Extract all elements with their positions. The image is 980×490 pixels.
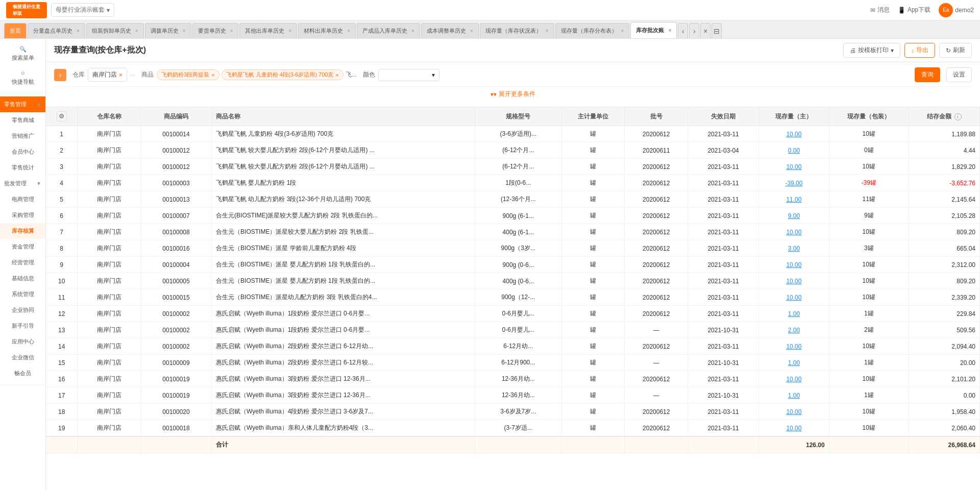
sidebar-item-finance[interactable]: 资金管理 (0, 239, 45, 255)
tab-chengben-label: 成本调整单历史 (427, 27, 466, 35)
row-amount: 2,105.28 (909, 208, 979, 224)
goods-tag-2[interactable]: 飞鹤星飞帆 儿童奶粉 4段(3-6岁适用) 700克 × (222, 69, 344, 80)
sidebar-quick-nav[interactable]: ☆ 快捷导航 (0, 66, 45, 90)
tab-home[interactable]: 首页 (4, 23, 27, 38)
user-menu[interactable]: Ea demo2 (939, 3, 974, 17)
tab-qita-close[interactable]: × (288, 28, 291, 34)
row-expiry: 2021-03-11 (688, 420, 759, 437)
message-btn[interactable]: ✉ 消息 (870, 6, 890, 14)
row-qty[interactable]: 0.00 (759, 142, 829, 159)
tab-xianzai2-close[interactable]: × (621, 28, 624, 34)
sidebar-item-batch[interactable]: 批发管理 ▼ (0, 176, 45, 191)
sidebar-item-retail-stat[interactable]: 零售统计 (0, 160, 45, 176)
row-code: 00100015 (140, 289, 211, 306)
row-qty[interactable]: 10.00 (759, 257, 829, 273)
sidebar-item-purchase[interactable]: 采购管理 (0, 207, 45, 223)
sidebar-item-member2[interactable]: 畅会员 (0, 365, 45, 381)
query-btn[interactable]: 查询 (915, 67, 940, 82)
tab-next-btn[interactable]: › (689, 23, 699, 38)
row-seq: 12 (46, 306, 78, 322)
tab-chengpin[interactable]: 产成品入库单历史 × (357, 23, 420, 38)
row-qty[interactable]: 1.00 (759, 306, 829, 322)
tab-chengben-close[interactable]: × (470, 28, 473, 34)
sidebar-item-marketing[interactable]: 营销推广 (0, 128, 45, 144)
row-qty[interactable]: 10.00 (759, 126, 829, 142)
row-qty[interactable]: 3.00 (759, 240, 829, 257)
sidebar-item-member[interactable]: 会员中心 (0, 144, 45, 160)
row-qty[interactable]: 10.00 (759, 371, 829, 387)
goods-tag-1-close[interactable]: × (211, 72, 214, 78)
goods-tag-2-close[interactable]: × (335, 72, 338, 78)
row-qty[interactable]: 10.00 (759, 420, 829, 437)
row-qty[interactable]: -39.00 (759, 175, 829, 191)
sidebar-item-retail-shop[interactable]: 零售商城 (0, 112, 45, 128)
row-qty[interactable]: 11.00 (759, 191, 829, 208)
sidebar-item-ops[interactable]: 经营管理 (0, 255, 45, 271)
row-unit: 罐 (561, 175, 625, 191)
sidebar-item-corp[interactable]: 企业协同 (0, 302, 45, 318)
sidebar-batch-label: 批发管理 (4, 180, 27, 187)
tab-chengben[interactable]: 成本调整单历史 × (421, 23, 479, 38)
tab-menu-btn[interactable]: ⊟ (712, 23, 722, 38)
export-btn[interactable]: ↓ 导出 (904, 43, 935, 58)
row-name: 飞鹤星飞帆 婴儿配方奶粉 1段 (212, 175, 475, 191)
row-name: 合生元（BIOSTIME）派星 婴儿配方奶粉 1段 乳铁蛋白的... (212, 273, 475, 289)
row-qty[interactable]: 10.00 (759, 224, 829, 240)
row-qty[interactable]: 9.00 (759, 208, 829, 224)
tab-prev-btn[interactable]: ‹ (678, 23, 688, 38)
sidebar-item-sys[interactable]: 系统管理 (0, 286, 45, 302)
color-dropdown[interactable]: ▾ (378, 69, 439, 81)
amount-info-icon[interactable]: i (954, 113, 962, 120)
tab-xianzai1[interactable]: 现存量（库存状况表） × (480, 23, 554, 38)
tab-yaohuo[interactable]: 要货单历史 × (192, 23, 239, 38)
tab-xianzai2[interactable]: 现存量（库存分布表） × (555, 23, 630, 38)
tab-xianzai1-close[interactable]: × (546, 28, 549, 34)
col-header-settings[interactable]: ⚙ (46, 107, 78, 126)
tab-zuchai-close[interactable]: × (135, 28, 138, 34)
sidebar-item-corpwechat[interactable]: 企业微信 (0, 350, 45, 365)
account-dropdown[interactable]: 母婴行业演示账套 ▾ (51, 3, 114, 17)
tab-yaohuo-close[interactable]: × (230, 28, 233, 34)
expand-conditions-btn[interactable]: ▾▾ 展开更多条件 (54, 86, 972, 102)
row-qty[interactable]: 10.00 (759, 159, 829, 175)
tab-tiaopuo[interactable]: 调拨单历史 × (145, 23, 191, 38)
app-download-btn[interactable]: 📱 App下载 (898, 6, 930, 14)
row-qty[interactable]: 10.00 (759, 338, 829, 355)
sidebar-ops-label: 经营管理 (12, 259, 34, 266)
tab-chengpin-close[interactable]: × (411, 28, 414, 34)
tab-pici-close[interactable]: × (668, 28, 671, 33)
sidebar-item-ecommerce[interactable]: 电商管理 (0, 191, 45, 207)
warehouse-close-icon[interactable]: × (119, 71, 122, 79)
tab-cailiao[interactable]: 材料出库单历史 × (298, 23, 356, 38)
row-qty[interactable]: 10.00 (759, 289, 829, 306)
row-batch: 20200612 (625, 240, 688, 257)
filter-expand-side-btn[interactable]: › (54, 69, 66, 81)
sidebar-search-menu[interactable]: 🔍 搜索菜单 (0, 42, 45, 66)
goods-more[interactable]: 飞... (346, 70, 357, 79)
row-qty[interactable]: 1.00 (759, 387, 829, 404)
goods-tag-1[interactable]: 飞鹤奶粉3段两提装 × (157, 69, 219, 80)
sidebar-item-appcenter[interactable]: 应用中心 (0, 334, 45, 350)
tab-fenpan-close[interactable]: × (77, 28, 80, 34)
tab-close-all-btn[interactable]: × (700, 23, 710, 38)
sidebar-item-inventory[interactable]: 库存核算 (0, 223, 45, 239)
col-settings-icon[interactable]: ⚙ (57, 111, 67, 121)
row-qty[interactable]: 1.00 (759, 355, 829, 371)
row-batch: 20200612 (625, 404, 688, 420)
row-qty[interactable]: 2.00 (759, 322, 829, 338)
row-qty[interactable]: 10.00 (759, 404, 829, 420)
tab-zuchai[interactable]: 组装拆卸单历史 × (86, 23, 144, 38)
sidebar-item-retail[interactable]: 零售管理 ▲ (0, 96, 45, 112)
tab-fenpan[interactable]: 分量盘点单历史 × (28, 23, 85, 38)
tab-qita[interactable]: 其他出库单历史 × (239, 23, 297, 38)
tab-pici[interactable]: 库存批次账 × (630, 22, 677, 38)
settings-btn[interactable]: 设置 (946, 67, 972, 82)
row-qty[interactable]: 10.00 (759, 273, 829, 289)
refresh-btn[interactable]: ↻ 刷新 (939, 43, 972, 58)
print-btn[interactable]: 🖨 按模板打印 ▾ (843, 43, 900, 58)
warehouse-dropdown[interactable]: 南岸门店 × (88, 68, 127, 82)
tab-cailiao-close[interactable]: × (347, 28, 350, 34)
sidebar-item-basic[interactable]: 基础信息 (0, 271, 45, 286)
tab-tiaopuo-close[interactable]: × (183, 28, 186, 34)
sidebar-item-newguide[interactable]: 新手引导 (0, 318, 45, 334)
